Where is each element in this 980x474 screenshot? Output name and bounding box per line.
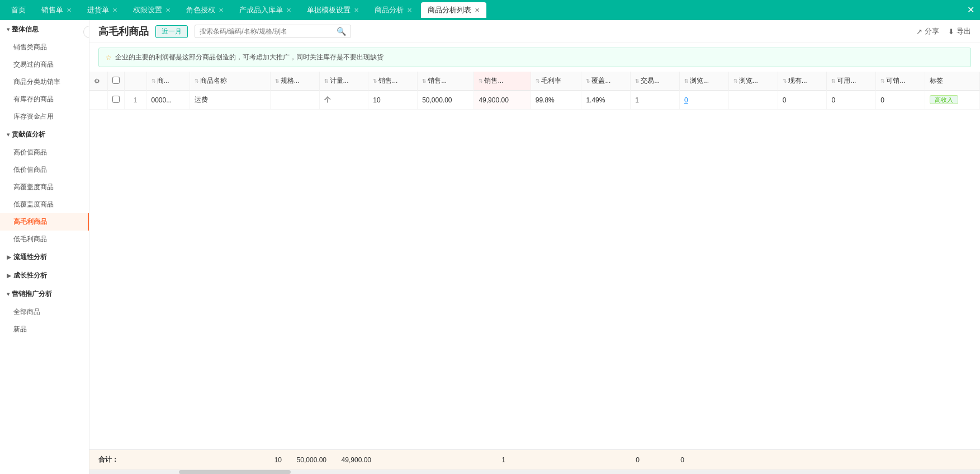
tab-template[interactable]: 单据模板设置 ✕: [300, 2, 366, 18]
tab-analysis-list-close[interactable]: ✕: [475, 7, 480, 14]
col-spec-sort[interactable]: ⇅: [275, 78, 280, 84]
col-sort-icon[interactable]: ⇅: [152, 78, 156, 84]
content-area: 高毛利商品 近一月 🔍 ↗ 分享 ⬇ 导出 ☆ 企业的主要的利润都是这部分商品创…: [89, 20, 980, 474]
tab-role[interactable]: 角色授权 ✕: [179, 2, 230, 18]
tab-permission-close[interactable]: ✕: [165, 7, 171, 14]
col-tag: 标签: [925, 72, 980, 91]
tab-template-label: 单据模板设置: [307, 5, 351, 15]
row-unit-cell: 个: [319, 91, 368, 110]
col-amount-sort[interactable]: ⇅: [422, 78, 427, 84]
col-spec: ⇅ 规格...: [270, 72, 319, 91]
sidebar-item-low-coverage[interactable]: 低覆盖度商品: [0, 196, 89, 213]
col-sell-sort[interactable]: ⇅: [880, 78, 885, 84]
sidebar-item-high-value[interactable]: 高价值商品: [0, 144, 89, 161]
tab-sales-label: 销售单: [41, 5, 63, 15]
row-amount-cell: 50,000.00: [418, 91, 474, 110]
sidebar-item-low-margin[interactable]: 低毛利商品: [0, 231, 89, 248]
col-coverage-sort[interactable]: ⇅: [586, 78, 590, 84]
sidebar-item-category-rate[interactable]: 商品分类助销率: [0, 73, 89, 91]
sidebar-group-growth-label: 成长性分析: [13, 271, 47, 280]
table-row: 1 0000... 运费 个: [89, 91, 980, 110]
sidebar-item-high-margin[interactable]: 高毛利商品: [0, 213, 89, 231]
settings-icon[interactable]: ⚙: [94, 77, 100, 85]
tab-analysis-close[interactable]: ✕: [407, 7, 412, 14]
sidebar-group-marketing[interactable]: ▾ 营销推广分析: [0, 285, 89, 303]
group-arrow-overall: ▾: [7, 26, 10, 32]
sidebar-item-all-goods[interactable]: 全部商品: [0, 303, 89, 321]
tag-badge: 高收入: [930, 95, 958, 104]
col-code: ⇅ 商...: [146, 72, 190, 91]
row-settings-cell: [89, 91, 107, 110]
tab-home[interactable]: 首页: [4, 2, 32, 18]
window-close-btn[interactable]: ✕: [967, 4, 974, 15]
group-arrow-contribution: ▾: [7, 132, 10, 138]
col-num: [124, 72, 146, 91]
sidebar-item-sales-goods[interactable]: 销售类商品: [0, 39, 89, 56]
sidebar-item-traded-goods[interactable]: 交易过的商品: [0, 56, 89, 73]
sidebar-group-contribution-label: 贡献值分析: [12, 130, 45, 139]
period-button[interactable]: 近一月: [155, 25, 188, 38]
col-b2-sort[interactable]: ⇅: [733, 78, 738, 84]
col-tx-sort[interactable]: ⇅: [635, 78, 640, 84]
tab-analysis-label: 商品分析: [375, 5, 404, 15]
col-unit-sort[interactable]: ⇅: [324, 78, 329, 84]
sidebar-group-overall[interactable]: ▾ 整体信息: [0, 20, 89, 39]
sidebar-item-stock-capital[interactable]: 库存资金占用: [0, 108, 89, 125]
group-arrow-marketing: ▾: [7, 291, 10, 297]
tab-sales[interactable]: 销售单 ✕: [35, 2, 78, 18]
info-icon: ☆: [106, 54, 112, 62]
sidebar-group-liquidity[interactable]: ▶ 流通性分析: [0, 248, 89, 266]
sidebar-item-high-coverage[interactable]: 高覆盖度商品: [0, 179, 89, 196]
export-button[interactable]: ⬇ 导出: [948, 26, 971, 36]
sidebar-group-marketing-label: 营销推广分析: [12, 289, 52, 299]
sidebar-item-new-goods[interactable]: 新品: [0, 321, 89, 338]
col-b1-sort[interactable]: ⇅: [684, 78, 689, 84]
tab-analysis[interactable]: 商品分析 ✕: [368, 2, 419, 18]
search-icon[interactable]: 🔍: [337, 27, 346, 36]
export-icon: ⬇: [948, 27, 954, 36]
row-current-cell: 0: [778, 91, 827, 110]
sidebar-item-low-value[interactable]: 低价值商品: [0, 161, 89, 179]
footer-available-val: 0: [644, 456, 689, 464]
search-box[interactable]: 🔍: [195, 25, 351, 38]
col-available: ⇅ 可用...: [827, 72, 876, 91]
scrollbar-thumb[interactable]: [179, 470, 291, 474]
search-input[interactable]: [200, 27, 333, 35]
tab-home-label: 首页: [11, 5, 26, 15]
bottom-scrollbar[interactable]: [89, 470, 980, 474]
col-avail-sort[interactable]: ⇅: [831, 78, 836, 84]
tab-role-close[interactable]: ✕: [219, 7, 224, 14]
footer-amount-val: 50,000.00: [286, 456, 331, 464]
browse1-link[interactable]: 0: [684, 96, 688, 104]
col-unit: ⇅ 计量...: [319, 72, 368, 91]
tab-inbound-close[interactable]: ✕: [286, 7, 291, 14]
col-profit-sort[interactable]: ⇅: [479, 78, 483, 84]
tab-sales-close[interactable]: ✕: [67, 7, 72, 14]
tab-template-close[interactable]: ✕: [354, 7, 359, 14]
sidebar-item-in-stock[interactable]: 有库存的商品: [0, 91, 89, 108]
row-profit-cell: 49,900.00: [474, 91, 531, 110]
sidebar-group-contribution[interactable]: ▾ 贡献值分析: [0, 125, 89, 144]
col-qty-sort[interactable]: ⇅: [373, 78, 377, 84]
tab-purchase-label: 进货单: [87, 5, 109, 15]
tab-inbound-label: 产成品入库单: [239, 5, 283, 15]
table-footer: 合计： 10 50,000.00 49,900.00 1 0 0: [89, 449, 980, 470]
tab-analysis-list[interactable]: 商品分析列表 ✕: [421, 2, 486, 18]
sidebar-group-liquidity-label: 流通性分析: [13, 252, 47, 262]
tab-inbound[interactable]: 产成品入库单 ✕: [233, 2, 298, 18]
tab-purchase-close[interactable]: ✕: [112, 7, 117, 14]
tab-purchase[interactable]: 进货单 ✕: [81, 2, 124, 18]
col-sales-amount: ⇅ 销售...: [418, 72, 474, 91]
col-grate-sort[interactable]: ⇅: [536, 78, 540, 84]
row-num-cell: 1: [124, 91, 146, 110]
row-checkbox[interactable]: [112, 96, 120, 103]
tab-permission[interactable]: 权限设置 ✕: [126, 2, 177, 18]
col-gross-rate: ⇅ 毛利率: [531, 72, 581, 91]
sidebar-group-growth[interactable]: ▶ 成长性分析: [0, 266, 89, 285]
select-all-checkbox[interactable]: [112, 77, 120, 84]
share-button[interactable]: ↗ 分享: [916, 26, 939, 36]
col-curr-sort[interactable]: ⇅: [783, 78, 787, 84]
row-code-cell: 0000...: [146, 91, 190, 110]
row-sellable-cell: 0: [876, 91, 925, 110]
col-name-sort[interactable]: ⇅: [195, 78, 199, 84]
